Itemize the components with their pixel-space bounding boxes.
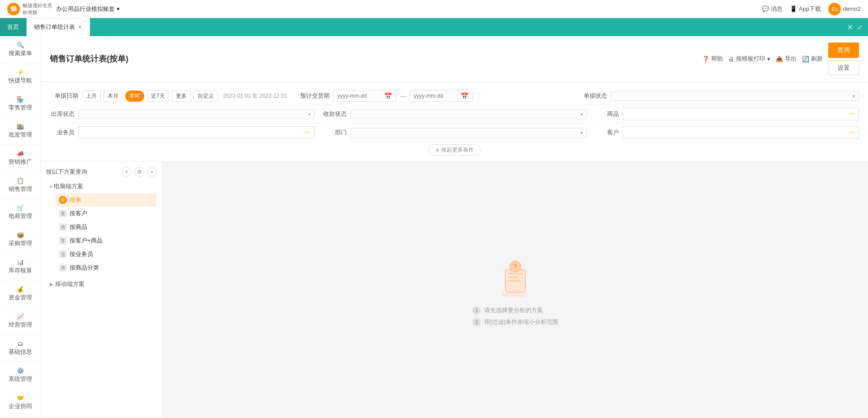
retail-icon: 🏪 [17, 96, 24, 103]
query-button[interactable]: 查询 [828, 43, 859, 58]
date-btn-custom[interactable]: 自定义 [193, 90, 218, 102]
tree-expand-mobile-icon: ▶ [50, 282, 53, 287]
system-icon: ⚙️ [17, 367, 24, 374]
date-btn-this-month[interactable]: 本月 [104, 90, 123, 102]
app-title-dropdown[interactable]: 办公用品行业模拟账套 ▾ [56, 5, 120, 13]
sidebar-item-inventory[interactable]: 📊 库存核算 [0, 253, 40, 280]
expected-date-end[interactable]: 📅 [410, 90, 473, 102]
sidebar-item-search[interactable]: 🔍 搜索菜单 [0, 36, 40, 63]
logo-text: 畅捷通好生意 标准版 [23, 2, 52, 15]
svg-rect-4 [508, 280, 521, 282]
marketing-icon: 📣 [17, 150, 24, 157]
sidebar-item-finance[interactable]: 💰 资金管理 [0, 280, 40, 308]
scheme-icon-cat: 类 [59, 264, 67, 272]
department-label: 部门 [322, 128, 347, 137]
quick-nav-icon: ⚡ [17, 69, 24, 76]
sidebar: 🔍 搜索菜单 ⚡ 快捷导航 🏪 零售管理 🏬 批发管理 📣 营销推广 📋 销售管… [0, 36, 41, 418]
app-download-button[interactable]: 📱 App下载 [790, 5, 821, 13]
purchase-icon: 📦 [17, 232, 24, 238]
collapse-panel-button[interactable]: « [147, 167, 157, 177]
empty-tip-1: 1 请先选择要分析的方案 [472, 306, 558, 314]
sidebar-item-system[interactable]: ⚙️ 系统管理 [0, 362, 40, 389]
sidebar-item-operations[interactable]: 📈 经营管理 [0, 308, 40, 335]
empty-state: ? 1 请先选择要分析的方案 2 用[过滤]条件来缩小分析范围 [472, 254, 558, 326]
payment-status-select[interactable]: ▾ [350, 109, 587, 119]
print-arrow-icon: ▾ [767, 56, 770, 62]
salesperson-cell: 业务员 ··· [50, 126, 315, 139]
mobile-schemes-section[interactable]: ▶ 移动端方案 [46, 278, 157, 291]
expected-date-start[interactable]: 📅 [333, 90, 396, 102]
status-cell: 单据状态 ▾ [582, 91, 859, 101]
user-profile[interactable]: Ea demo2 [828, 3, 861, 15]
goods-select[interactable]: ··· [623, 108, 859, 120]
expected-date-end-input[interactable] [414, 93, 459, 99]
scheme-by-order[interactable]: 按 按单 [55, 193, 157, 207]
sidebar-item-marketing[interactable]: 📣 营销推广 [0, 145, 40, 172]
sidebar-item-enterprise[interactable]: 🤝 企业协同 [0, 389, 40, 416]
svg-text:?: ? [514, 263, 517, 270]
out-status-cell: 出库状态 ▾ [50, 109, 315, 119]
department-cell: 部门 ▾ [322, 128, 587, 138]
export-button[interactable]: 📤 导出 [776, 55, 797, 63]
help-button[interactable]: ❓ 帮助 [702, 55, 723, 63]
status-label: 单据状态 [582, 92, 607, 100]
filter-row3: 业务员 ··· 部门 ▾ 客户 [50, 124, 859, 142]
tab-home-label: 首页 [7, 23, 19, 31]
sidebar-item-basics[interactable]: 🗂 基础信息 [0, 335, 40, 362]
two-col-layout: 按以下方案查询 + ⚙ « ▾ 电脑端方案 按 按单 [41, 162, 868, 418]
sidebar-item-retail[interactable]: 🏪 零售管理 [0, 90, 40, 118]
close-window-icon[interactable]: ✕ [847, 23, 853, 32]
date-btn-this-year[interactable]: 本年 [125, 90, 144, 102]
scheme-by-category[interactable]: 类 按商品分类 [55, 261, 157, 275]
date-btn-7days[interactable]: 近7天 [147, 90, 169, 102]
collapse-button[interactable]: ∧ 收起更多条件 [429, 144, 481, 156]
desktop-schemes-section[interactable]: ▾ 电脑端方案 [46, 180, 157, 193]
print-icon: 🖨 [728, 56, 734, 62]
date-btn-last-month[interactable]: 上月 [82, 90, 101, 102]
scheme-icon-cg: 客 [59, 237, 67, 245]
filter-panel: 单据日期 上月 本月 本年 近7天 更多 自定义 2023-01-01 至 20… [41, 82, 868, 162]
refresh-button[interactable]: 🔄 刷新 [802, 55, 823, 63]
department-select[interactable]: ▾ [350, 128, 587, 138]
top-bar-right: 💬 消息 📱 App下载 Ea demo2 [762, 3, 861, 15]
main-layout: 🔍 搜索菜单 ⚡ 快捷导航 🏪 零售管理 🏬 批发管理 📣 营销推广 📋 销售管… [0, 36, 868, 418]
tip-2-number: 2 [472, 318, 481, 326]
settings-button[interactable]: 设置 [828, 61, 859, 75]
svg-rect-3 [508, 276, 519, 278]
date-filter-cell: 单据日期 上月 本月 本年 近7天 更多 自定义 2023-01-01 至 20… [50, 90, 291, 102]
expected-date-start-input[interactable] [337, 93, 382, 99]
sidebar-item-newuser[interactable]: 🆕 新手引导 [0, 416, 40, 418]
search-icon: 🔍 [17, 42, 24, 48]
out-status-select[interactable]: ▾ [78, 109, 315, 119]
sidebar-item-quick-nav[interactable]: ⚡ 快捷导航 [0, 63, 40, 90]
message-button[interactable]: 💬 消息 [762, 5, 783, 13]
customer-ellipsis-icon: ··· [849, 128, 855, 137]
sidebar-item-purchase[interactable]: 📦 采购管理 [0, 226, 40, 253]
date-btn-more[interactable]: 更多 [172, 90, 191, 102]
tab-home[interactable]: 首页 [0, 18, 27, 36]
scheme-by-salesperson[interactable]: 业 按业务员 [55, 247, 157, 261]
dropdown-arrow-icon: ▾ [117, 5, 120, 12]
tab-sales-order[interactable]: 销售订单统计表 ✕ [27, 18, 90, 36]
sidebar-item-sales[interactable]: 📋 销售管理 [0, 172, 40, 199]
sidebar-item-wholesale[interactable]: 🏬 批发管理 [0, 118, 40, 145]
status-select[interactable]: ▾ [611, 91, 859, 101]
salesperson-select[interactable]: ··· [78, 126, 315, 139]
scheme-icon-customer: 客 [59, 209, 67, 218]
top-bar-left: 畅 畅捷通好生意 标准版 办公用品行业模拟账套 ▾ [7, 2, 120, 15]
scheme-by-customer[interactable]: 客 按客户 [55, 207, 157, 220]
empty-illustration: ? [493, 254, 538, 299]
customer-select[interactable]: ··· [623, 126, 859, 139]
settings-scheme-button[interactable]: ⚙ [134, 167, 144, 177]
payment-status-arrow-icon: ▾ [580, 112, 583, 117]
payment-status-label: 收款状态 [322, 110, 347, 118]
sidebar-item-ecommerce[interactable]: 🛒 电商管理 [0, 199, 40, 226]
tab-close-icon[interactable]: ✕ [78, 24, 82, 30]
calendar-end-icon: 📅 [461, 92, 468, 100]
template-print-button[interactable]: 🖨 按模板打印 ▾ [728, 55, 770, 63]
add-scheme-button[interactable]: + [122, 167, 132, 177]
scheme-by-customer-goods[interactable]: 客 按客户+商品 [55, 234, 157, 247]
scheme-by-goods[interactable]: 商 按商品 [55, 220, 157, 234]
tab-bar-actions: ✕ ⤢ [842, 18, 868, 36]
expand-window-icon[interactable]: ⤢ [857, 23, 863, 32]
